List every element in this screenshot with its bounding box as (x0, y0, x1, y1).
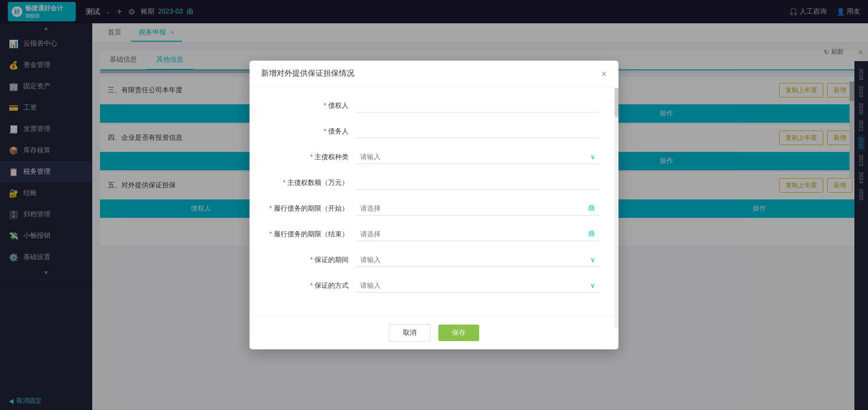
required-mark-period-end: * (269, 230, 272, 238)
guarantee-method-chevron-icon[interactable]: ∨ (586, 281, 599, 289)
modal-dialog: 新增对外提供保证担保情况 × * 债权人 * 债务人 (250, 61, 618, 349)
modal-body: * 债权人 * 债务人 * 主债权种类 (250, 87, 618, 316)
claim-type-select-wrap: ∨ (356, 150, 599, 164)
period-start-date-wrap: 曲 (356, 201, 599, 215)
form-row-creditor: * 债权人 (269, 98, 599, 113)
modal-header: 新增对外提供保证担保情况 × (250, 61, 618, 87)
form-label-claim-amount: * 主债权数额（万元） (269, 179, 356, 187)
period-start-calendar-icon[interactable]: 曲 (584, 204, 599, 213)
form-row-guarantee-period: * 保证的期间 ∨ (269, 253, 599, 267)
form-row-period-start: * 履行债务的期限（开始） 曲 (269, 201, 599, 215)
guarantee-period-input[interactable] (356, 253, 586, 266)
form-row-claim-type: * 主债权种类 ∨ (269, 150, 599, 164)
cancel-button[interactable]: 取消 (389, 324, 431, 342)
modal-scrollbar[interactable] (615, 88, 618, 328)
required-mark-claim-type: * (310, 153, 313, 161)
claim-amount-input[interactable] (356, 176, 599, 190)
form-label-period-end: * 履行债务的期限（结束） (269, 230, 356, 239)
guarantee-period-select-wrap: ∨ (356, 253, 599, 267)
save-button[interactable]: 保存 (438, 325, 479, 341)
required-mark-guarantee-period: * (310, 256, 313, 263)
required-mark-claim-amount: * (283, 179, 285, 186)
required-mark-creditor: * (324, 101, 326, 109)
modal-close-button[interactable]: × (601, 69, 607, 79)
form-row-period-end: * 履行债务的期限（结束） 曲 (269, 227, 599, 241)
form-label-period-start: * 履行债务的期限（开始） (269, 204, 356, 213)
required-mark-debtor: * (324, 127, 326, 135)
period-start-input[interactable] (356, 201, 584, 215)
form-label-debtor: * 债务人 (269, 127, 356, 136)
form-row-debtor: * 债务人 (269, 124, 599, 138)
guarantee-period-chevron-icon[interactable]: ∨ (586, 256, 599, 263)
creditor-input[interactable] (356, 98, 599, 113)
modal-footer: 取消 保存 (250, 316, 618, 349)
modal-scrollbar-thumb (615, 88, 618, 117)
modal-title: 新增对外提供保证担保情况 (261, 68, 354, 79)
period-end-calendar-icon[interactable]: 曲 (584, 230, 599, 238)
form-row-guarantee-method: * 保证的方式 ∨ (269, 279, 599, 293)
period-end-input[interactable] (356, 227, 584, 241)
required-mark-guarantee-method: * (310, 281, 313, 289)
form-label-creditor: * 债权人 (269, 101, 356, 110)
debtor-input[interactable] (356, 124, 599, 138)
period-end-date-wrap: 曲 (356, 227, 599, 241)
guarantee-method-input[interactable] (356, 279, 586, 292)
claim-type-input[interactable] (356, 150, 586, 164)
guarantee-method-select-wrap: ∨ (356, 279, 599, 293)
form-label-guarantee-period: * 保证的期间 (269, 256, 356, 264)
modal-overlay: 新增对外提供保证担保情况 × * 债权人 * 债务人 (0, 0, 868, 410)
required-mark-period-start: * (269, 204, 272, 212)
form-label-guarantee-method: * 保证的方式 (269, 281, 356, 290)
form-row-claim-amount: * 主债权数额（万元） (269, 176, 599, 190)
form-label-claim-type: * 主债权种类 (269, 153, 356, 162)
claim-type-chevron-icon[interactable]: ∨ (586, 153, 599, 161)
